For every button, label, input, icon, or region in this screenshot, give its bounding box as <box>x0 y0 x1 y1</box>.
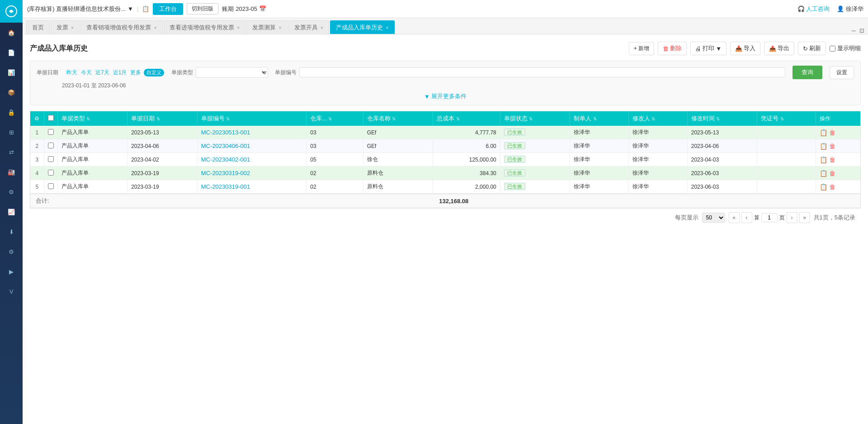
date-more-btn[interactable]: 更多 <box>129 69 142 76</box>
show-detail-input[interactable] <box>830 46 835 52</box>
show-detail-checkbox[interactable]: 显示明细 <box>830 44 861 52</box>
row-number-link[interactable]: MC-20230319-002 <box>201 170 250 176</box>
tab-invoice-open[interactable]: 发票开具 × <box>288 20 329 34</box>
row-delete-icon[interactable]: 🗑 <box>829 129 835 136</box>
row-checkbox-cell[interactable] <box>44 153 57 167</box>
new-button[interactable]: + 新增 <box>629 42 654 55</box>
tab-invoice-open-close[interactable]: × <box>321 25 323 30</box>
filter-settings-button[interactable]: 设置 <box>830 66 854 79</box>
row-delete-icon[interactable]: 🗑 <box>829 143 835 150</box>
col-date[interactable]: 单据日期 ⇅ <box>127 111 198 126</box>
page-first-button[interactable]: « <box>729 212 740 223</box>
col-voucher[interactable]: 凭证号 ⇅ <box>757 111 816 126</box>
sidebar-home[interactable]: 🏠 <box>0 23 23 43</box>
date-7days-btn[interactable]: 近7天 <box>94 69 110 76</box>
row-checkbox-cell[interactable] <box>44 167 57 180</box>
row-checkbox[interactable] <box>48 129 54 135</box>
sidebar-play[interactable]: ▶ <box>0 262 23 281</box>
company-selector[interactable]: (库存核算) 直播轻绑通信息技术股份... ▼ <box>27 5 133 13</box>
row-checkbox[interactable] <box>48 143 54 148</box>
sidebar-chart[interactable]: 📊 <box>0 62 23 82</box>
minimize-icon[interactable]: ─ <box>852 27 856 34</box>
tab-invoice[interactable]: 发票 × <box>51 20 80 34</box>
sidebar-invoice[interactable]: 📄 <box>0 43 23 62</box>
col-modifier[interactable]: 修改人 ⇅ <box>629 111 688 126</box>
user-menu[interactable]: 👤 徐泽华 <box>837 5 863 13</box>
tab-invoice-calc-close[interactable]: × <box>278 25 281 30</box>
date-1month-btn[interactable]: 近1月 <box>112 69 128 76</box>
tab-home[interactable]: 首页 <box>26 20 50 34</box>
date-custom-btn[interactable]: 自定义 <box>144 69 164 76</box>
row-edit-icon[interactable]: 📋 <box>820 170 827 177</box>
row-checkbox-cell[interactable] <box>44 126 57 139</box>
row-edit-icon[interactable]: 📋 <box>820 156 827 163</box>
sidebar-production[interactable]: ⚙ <box>0 182 23 202</box>
page-number-input[interactable] <box>761 213 778 222</box>
delete-button[interactable]: 🗑 删除 <box>658 42 687 55</box>
expand-conditions-button[interactable]: ▼ 展开更多条件 <box>424 92 467 100</box>
tab-sales-vat[interactable]: 查看销项增值税专用发票 × <box>80 20 162 34</box>
sidebar-download[interactable]: ⬇ <box>0 222 23 242</box>
sidebar-warehouse[interactable]: 🏭 <box>0 162 23 182</box>
row-number-link[interactable]: MC-20230319-001 <box>201 183 250 190</box>
col-warehouse-code[interactable]: 仓库... ⇅ <box>307 111 363 126</box>
row-checkbox-cell[interactable] <box>44 180 57 194</box>
row-number[interactable]: MC-20230402-001 <box>197 153 306 167</box>
print-button[interactable]: 🖨 打印 ▼ <box>690 42 726 55</box>
row-checkbox[interactable] <box>48 156 54 162</box>
row-edit-icon[interactable]: 📋 <box>820 183 827 191</box>
row-number-link[interactable]: MC-20230406-001 <box>201 143 250 149</box>
row-checkbox[interactable] <box>48 170 54 176</box>
col-status[interactable]: 单据状态 ⇅ <box>500 111 570 126</box>
export-button[interactable]: 📤 导出 <box>764 42 794 55</box>
sidebar-settings[interactable]: ⚙ <box>0 242 23 262</box>
workspace-button[interactable]: 工作台 <box>153 3 183 15</box>
tab-invoice-calc[interactable]: 发票测算 × <box>246 20 287 34</box>
row-edit-icon[interactable]: 📋 <box>820 143 827 150</box>
sidebar-reports[interactable]: 📈 <box>0 202 23 222</box>
tab-invoice-close[interactable]: × <box>71 25 74 30</box>
date-today-btn[interactable]: 今天 <box>80 69 93 76</box>
type-filter-select[interactable] <box>196 67 268 78</box>
number-filter-input[interactable] <box>299 67 785 77</box>
col-type[interactable]: 单据类型 ⇅ <box>57 111 127 126</box>
page-size-select[interactable]: 20 50 100 200 <box>702 213 725 223</box>
row-number[interactable]: MC-20230319-001 <box>197 180 306 194</box>
sidebar-lock[interactable]: 🔒 <box>0 102 23 122</box>
row-delete-icon[interactable]: 🗑 <box>829 183 835 191</box>
page-prev-button[interactable]: ‹ <box>741 212 752 223</box>
date-yesterday-btn[interactable]: 昨天 <box>66 69 78 76</box>
service-button[interactable]: 🎧 人工咨询 <box>797 5 830 13</box>
sidebar-grid[interactable]: ⊞ <box>0 122 23 142</box>
sidebar-stock[interactable]: 📦 <box>0 82 23 102</box>
tab-product-instock-close[interactable]: × <box>386 25 388 30</box>
sidebar-version[interactable]: V <box>0 281 23 301</box>
page-last-button[interactable]: » <box>799 212 810 223</box>
row-number-link[interactable]: MC-20230513-001 <box>201 129 250 136</box>
tab-purchase-vat-close[interactable]: × <box>237 25 240 30</box>
tab-purchase-vat[interactable]: 查看进项增值税专用发票 × <box>164 20 245 34</box>
row-checkbox-cell[interactable] <box>44 139 57 153</box>
row-number-link[interactable]: MC-20230402-001 <box>201 156 250 163</box>
row-number[interactable]: MC-20230513-001 <box>197 126 306 139</box>
col-checkbox[interactable] <box>44 111 57 126</box>
col-number[interactable]: 单据编号 ⇅ <box>197 111 306 126</box>
select-all-checkbox[interactable] <box>48 115 54 121</box>
tab-product-instock[interactable]: 产成品入库单历史 × <box>330 20 394 34</box>
row-number[interactable]: MC-20230319-002 <box>197 167 306 180</box>
row-delete-icon[interactable]: 🗑 <box>829 170 835 177</box>
import-button[interactable]: 📥 导入 <box>730 42 760 55</box>
tab-sales-vat-close[interactable]: × <box>154 25 156 30</box>
row-checkbox[interactable] <box>48 183 54 189</box>
page-next-button[interactable]: › <box>787 212 797 223</box>
col-modify-time[interactable]: 修改时间 ⇅ <box>687 111 757 126</box>
row-delete-icon[interactable]: 🗑 <box>829 156 835 163</box>
refresh-button[interactable]: ↻ 刷新 <box>798 42 826 55</box>
sidebar-transfer[interactable]: ⇄ <box>0 142 23 162</box>
col-warehouse-name[interactable]: 仓库名称 ⇅ <box>363 111 433 126</box>
query-button[interactable]: 查询 <box>793 66 822 79</box>
maximize-icon[interactable]: ⊡ <box>859 27 864 34</box>
row-number[interactable]: MC-20230406-001 <box>197 139 306 153</box>
col-total-cost[interactable]: 总成本 ⇅ <box>433 111 500 126</box>
col-settings[interactable]: ⚙ <box>30 111 44 126</box>
